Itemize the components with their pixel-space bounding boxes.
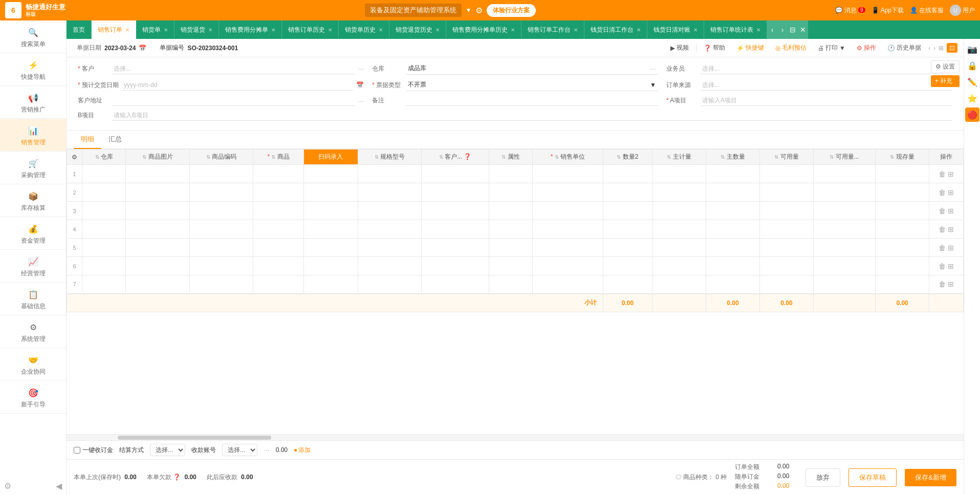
td-spec-4[interactable] <box>358 220 422 239</box>
th-warehouse[interactable]: ⇅ 仓库 <box>82 149 126 165</box>
td-customer-code-7[interactable] <box>422 275 489 294</box>
tab-prev-btn[interactable]: ‹ <box>767 20 777 39</box>
th-scan[interactable]: 扫码录入 <box>303 149 358 165</box>
td-qty2-7[interactable] <box>603 275 652 294</box>
td-available2-6[interactable] <box>813 257 875 275</box>
td-goods-7[interactable] <box>253 275 303 294</box>
td-available-7[interactable] <box>759 275 813 294</box>
copy-icon-5[interactable]: ⊞ <box>948 244 954 252</box>
settings-btn[interactable]: ⚙ 设置 <box>931 60 960 73</box>
delete-icon-4[interactable]: 🗑 <box>939 225 946 233</box>
customer-dots-btn[interactable]: ··· <box>358 64 364 73</box>
copy-icon-1[interactable]: ⊞ <box>948 170 954 178</box>
warehouse-select[interactable]: 成品库 ··· <box>406 62 658 75</box>
a-project-input[interactable] <box>700 95 952 106</box>
td-image-3[interactable] <box>126 202 190 220</box>
view-btn[interactable]: ▶ 视频 <box>666 42 693 54</box>
td-spec-7[interactable] <box>358 275 422 294</box>
td-stock-3[interactable] <box>876 202 929 220</box>
th-qty2[interactable]: ⇅ 数量2 <box>603 149 652 165</box>
tab-close-cash-reconcile[interactable]: ✕ <box>693 27 698 33</box>
toolbar-prev-icon[interactable]: ‹ <box>928 45 930 52</box>
tab-sales-return[interactable]: 销货退货 ✕ <box>175 20 219 39</box>
add-link[interactable]: ● 添加 <box>294 446 311 455</box>
td-main-qty-7[interactable] <box>706 275 760 294</box>
td-unit-5[interactable] <box>533 239 603 257</box>
td-available-3[interactable] <box>759 202 813 220</box>
td-warehouse-7[interactable] <box>82 275 126 294</box>
right-lock-icon[interactable]: 🔒 <box>965 58 979 73</box>
tab-cash-reconcile[interactable]: 钱货日清对账 ✕ <box>647 20 704 39</box>
tab-sales-stats[interactable]: 销售订单统计表 ✕ <box>704 20 767 39</box>
th-available2[interactable]: ⇅ 可用量... <box>813 149 875 165</box>
tab-sales-fee[interactable]: 销售费用分摊单 ✕ <box>219 20 282 39</box>
td-image-5[interactable] <box>126 239 190 257</box>
td-image-6[interactable] <box>126 257 190 275</box>
td-attr-2[interactable] <box>489 183 532 202</box>
toolbar-grid-icon[interactable]: ⊞ <box>939 45 944 52</box>
td-main-unit-3[interactable] <box>652 202 706 220</box>
tab-close-all-btn[interactable]: ✕ <box>798 20 808 39</box>
td-qty2-1[interactable] <box>603 165 652 183</box>
td-warehouse-6[interactable] <box>82 257 126 275</box>
sidebar-item-tutorial[interactable]: 🎯 新手引导 <box>0 381 66 414</box>
message-btn[interactable]: 💬 消息 9 <box>835 6 865 15</box>
settlement-select[interactable]: 选择... <box>150 444 185 456</box>
td-main-qty-6[interactable] <box>706 257 760 275</box>
tab-close-sales-return[interactable]: ✕ <box>208 27 212 33</box>
td-main-unit-5[interactable] <box>652 239 706 257</box>
tab-close-sales-order-workbench[interactable]: ✕ <box>574 27 578 33</box>
td-attr-1[interactable] <box>489 165 532 183</box>
td-customer-code-3[interactable] <box>422 202 489 220</box>
operation-btn[interactable]: ⚙ 操作 <box>853 42 880 54</box>
td-spec-6[interactable] <box>358 257 422 275</box>
app-download-btn[interactable]: 📱 App下载 <box>872 6 904 15</box>
td-unit-4[interactable] <box>533 220 603 239</box>
td-customer-code-6[interactable] <box>422 257 489 275</box>
delete-icon-1[interactable]: 🗑 <box>939 170 946 178</box>
print-dropdown-icon[interactable]: ▼ <box>839 45 845 52</box>
td-available-5[interactable] <box>759 239 813 257</box>
td-stock-1[interactable] <box>876 165 929 183</box>
th-main-qty[interactable]: ⇅ 主数量 <box>706 149 760 165</box>
td-main-unit-6[interactable] <box>652 257 706 275</box>
tab-menu-btn[interactable]: ⊟ <box>788 20 798 39</box>
tab-sales-order-history[interactable]: 销售订单历史 ✕ <box>282 20 339 39</box>
th-customer-code[interactable]: ⇅ 客户... ❓ <box>422 149 489 165</box>
td-unit-2[interactable] <box>533 183 603 202</box>
td-available2-4[interactable] <box>813 220 875 239</box>
td-available-4[interactable] <box>759 220 813 239</box>
toolbar-expand-icon[interactable]: ⊡ <box>947 43 957 53</box>
sidebar-item-finance[interactable]: 💰 资金管理 <box>0 217 66 250</box>
td-available2-5[interactable] <box>813 239 875 257</box>
td-attr-4[interactable] <box>489 220 532 239</box>
th-stock[interactable]: ⇅ 现存量 <box>876 149 929 165</box>
td-qty2-3[interactable] <box>603 202 652 220</box>
td-main-qty-5[interactable] <box>706 239 760 257</box>
td-qty2-2[interactable] <box>603 183 652 202</box>
td-spec-1[interactable] <box>358 165 422 183</box>
td-unit-6[interactable] <box>533 257 603 275</box>
warehouse-dots-btn[interactable]: ··· <box>650 64 656 73</box>
right-star-icon[interactable]: ⭐ <box>965 91 979 105</box>
tab-close-sales-fee-history[interactable]: ✕ <box>511 27 515 33</box>
tab-close-sales-order-history[interactable]: ✕ <box>328 27 332 33</box>
add-field-btn[interactable]: + 补充 <box>931 75 960 87</box>
td-code-6[interactable] <box>189 257 253 275</box>
right-edit-icon[interactable]: ✏️ <box>965 75 979 89</box>
copy-icon-2[interactable]: ⊞ <box>948 188 954 197</box>
invoice-select[interactable]: 不开票 ▼ <box>406 79 658 91</box>
sidebar-item-operations[interactable]: 📈 经营管理 <box>0 250 66 283</box>
address-input[interactable] <box>112 95 355 106</box>
sidebar-item-system[interactable]: ⚙ 系统管理 <box>0 315 66 348</box>
sidebar-item-basics[interactable]: 📋 基础信息 <box>0 283 66 315</box>
solution-button[interactable]: 体验行业方案 <box>487 4 536 17</box>
system-title[interactable]: 装备及固定资产辅助管理系统 <box>365 4 462 17</box>
delivery-cal-icon[interactable]: 📅 <box>356 81 364 89</box>
detail-tab-detail[interactable]: 明细 <box>74 131 101 149</box>
td-goods-5[interactable] <box>253 239 303 257</box>
history-btn[interactable]: 🕐 历史单据 <box>883 42 925 54</box>
td-available-2[interactable] <box>759 183 813 202</box>
td-warehouse-1[interactable] <box>82 165 126 183</box>
td-available2-7[interactable] <box>813 275 875 294</box>
